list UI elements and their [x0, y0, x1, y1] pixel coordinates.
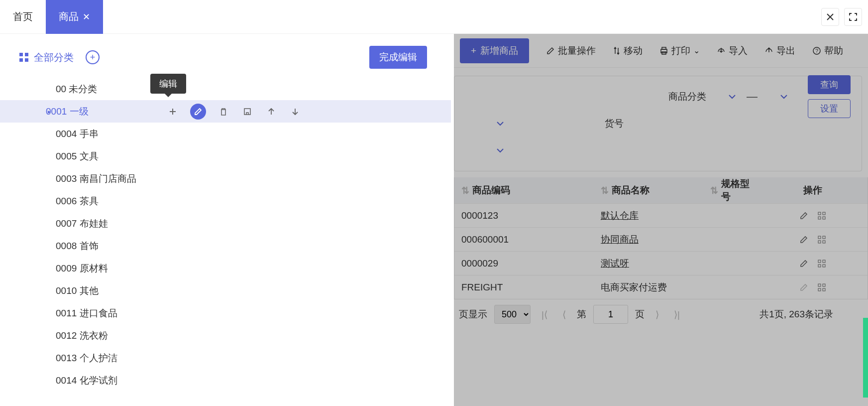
- filter-box: 商品分类 — 查询 设置: [454, 76, 862, 171]
- svg-rect-13: [823, 217, 825, 219]
- goods-name-link[interactable]: 默认仓库: [601, 209, 639, 222]
- query-button[interactable]: 查询: [808, 75, 851, 94]
- x-icon: [826, 12, 835, 21]
- next-page-button[interactable]: ⟩: [651, 309, 663, 320]
- edit-icon[interactable]: [190, 104, 206, 120]
- table-header-row: ⇅ 商品编码 ⇅ 商品名称 ⇅ 规格型号 操作: [454, 177, 868, 203]
- row-edit-icon[interactable]: [799, 283, 808, 292]
- category-item[interactable]: 0006 茶具: [0, 190, 451, 212]
- category-item-label: 0008 首饰: [56, 240, 99, 253]
- batch-ops-button[interactable]: 批量操作: [546, 44, 596, 57]
- caret-icon[interactable]: ▸: [48, 108, 51, 115]
- category-item[interactable]: 0008 首饰: [0, 235, 451, 257]
- row-more-icon[interactable]: [817, 283, 826, 292]
- help-button[interactable]: ? 帮助: [812, 44, 843, 57]
- export-button[interactable]: 导出: [764, 44, 795, 57]
- row-more-icon[interactable]: [817, 235, 826, 244]
- move-button[interactable]: 移动: [613, 44, 643, 57]
- page-prefix: 第: [577, 308, 586, 321]
- category-item-label: 0004 手串: [56, 128, 99, 140]
- fullscreen-button[interactable]: [844, 8, 862, 26]
- category-item[interactable]: 0010 其他: [0, 279, 451, 302]
- batch-ops-label: 批量操作: [558, 44, 596, 57]
- sort-icon[interactable]: ⇅: [710, 185, 718, 196]
- chevron-down-icon: [780, 94, 788, 99]
- page-input[interactable]: [593, 305, 628, 324]
- print-button[interactable]: 打印 ⌄: [659, 44, 700, 57]
- table-row: 000600001协同商品: [454, 227, 868, 251]
- goods-name-link[interactable]: 协同商品: [601, 233, 639, 246]
- table-row: 0000123默认仓库: [454, 203, 868, 227]
- per-page-select[interactable]: 500: [494, 305, 531, 324]
- cell-name: 测试呀: [594, 257, 703, 270]
- add-goods-button[interactable]: + 新增商品: [460, 38, 529, 63]
- category-item-label: 00 未分类: [56, 83, 97, 96]
- last-page-button[interactable]: ⟩|: [670, 309, 684, 320]
- svg-rect-18: [818, 260, 821, 263]
- goods-name-link[interactable]: 测试呀: [601, 257, 629, 270]
- add-category-button[interactable]: +: [86, 50, 100, 64]
- filter-category-to[interactable]: [763, 88, 793, 106]
- category-item[interactable]: 0014 化学试剂: [0, 369, 451, 392]
- svg-rect-4: [244, 109, 250, 115]
- all-categories-label[interactable]: 全部分类: [34, 51, 74, 64]
- row-more-icon[interactable]: [817, 211, 826, 220]
- svg-rect-0: [19, 53, 23, 56]
- move-down-icon[interactable]: [289, 105, 302, 118]
- category-item[interactable]: ▸0001 一级: [0, 100, 451, 123]
- tab-home-label: 首页: [13, 10, 33, 23]
- tooltip: 编辑: [150, 74, 186, 94]
- add-goods-label: 新增商品: [480, 44, 518, 57]
- accent-edge: [863, 318, 868, 398]
- svg-rect-24: [818, 288, 821, 291]
- chevron-down-icon: [496, 121, 504, 126]
- chevron-down-icon: ⌄: [693, 46, 700, 55]
- filter-unknown-select[interactable]: [479, 115, 509, 133]
- category-item[interactable]: 0011 进口食品: [0, 302, 451, 324]
- category-item[interactable]: 0009 原材料: [0, 257, 451, 279]
- first-page-button[interactable]: |⟨: [538, 309, 551, 320]
- tab-home[interactable]: 首页: [0, 0, 46, 34]
- category-item[interactable]: 00 未分类: [0, 78, 451, 100]
- category-item[interactable]: 0004 手串: [0, 123, 451, 145]
- svg-rect-21: [823, 265, 825, 267]
- category-item[interactable]: 0013 个人护洁: [0, 347, 451, 369]
- filter-sku-label: 货号: [569, 117, 624, 130]
- row-edit-icon[interactable]: [799, 235, 808, 244]
- category-item-label: 0014 化学试剂: [56, 374, 117, 387]
- filter-category-from[interactable]: [711, 88, 741, 106]
- cell-op: [758, 211, 868, 220]
- category-item[interactable]: 0003 南昌门店商品: [0, 167, 451, 190]
- tab-goods[interactable]: 商品 ✕: [46, 0, 103, 34]
- row-edit-icon[interactable]: [799, 211, 808, 220]
- move-to-icon[interactable]: [241, 105, 254, 118]
- close-icon[interactable]: ✕: [83, 11, 90, 22]
- sort-icon[interactable]: ⇅: [461, 185, 469, 196]
- finish-edit-button[interactable]: 完成编辑: [369, 46, 427, 69]
- prev-page-button[interactable]: ⟨: [558, 309, 570, 320]
- cell-code: 0000123: [454, 210, 594, 221]
- add-child-icon[interactable]: [166, 105, 179, 118]
- svg-rect-12: [818, 217, 821, 219]
- filter-extra-select[interactable]: [479, 141, 509, 159]
- th-name: 商品名称: [612, 184, 650, 197]
- close-all-tabs-button[interactable]: [821, 8, 839, 26]
- th-spec: 规格型号: [721, 177, 751, 203]
- svg-rect-16: [818, 241, 821, 243]
- move-icon: [613, 46, 621, 55]
- svg-rect-3: [25, 58, 28, 62]
- import-button[interactable]: 导入: [717, 44, 748, 57]
- delete-icon[interactable]: [217, 105, 230, 118]
- category-item[interactable]: 0007 布娃娃: [0, 212, 451, 235]
- category-item[interactable]: 0005 文具: [0, 145, 451, 167]
- category-item[interactable]: 0012 洗衣粉: [0, 324, 451, 347]
- category-tree[interactable]: 00 未分类▸0001 一级0004 手串0005 文具0003 南昌门店商品0…: [0, 78, 454, 405]
- move-up-icon[interactable]: [265, 105, 278, 118]
- row-edit-icon[interactable]: [799, 259, 808, 268]
- cell-op: [758, 283, 868, 292]
- grid-icon: [19, 52, 29, 62]
- sort-icon[interactable]: ⇅: [601, 185, 609, 196]
- move-label: 移动: [624, 44, 643, 57]
- row-more-icon[interactable]: [817, 259, 826, 268]
- table-row: FREIGHT电商买家付运费: [454, 275, 868, 299]
